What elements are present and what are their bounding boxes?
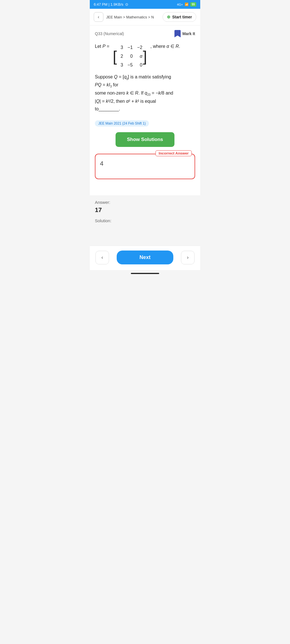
matrix-grid: 3 −1 −2 2 0 α 3 −5 0 bbox=[118, 42, 142, 70]
where-alpha: , where α ∈ R. bbox=[150, 42, 180, 50]
bottom-indicator bbox=[131, 273, 159, 274]
question-line-4: some non-zero k ∈ R. If q23 = −k/8 and bbox=[95, 89, 195, 97]
start-timer-button[interactable]: ⊕ Start timer bbox=[163, 12, 196, 22]
question-line-6: to________. bbox=[95, 105, 195, 113]
answer-value: 17 bbox=[95, 206, 195, 214]
answer-section: Answer: 17 Solution: bbox=[90, 195, 200, 223]
m22: 0 bbox=[127, 52, 133, 60]
m32: −5 bbox=[127, 61, 133, 69]
next-nav-button[interactable]: › bbox=[181, 251, 195, 264]
question-label: Q33 (Numerical) bbox=[95, 31, 124, 36]
answer-input-box[interactable]: 4 bbox=[95, 154, 195, 179]
network-type: 4G+ bbox=[177, 3, 183, 6]
question-line-3: PQ = kI3 for bbox=[95, 81, 195, 89]
answer-input-wrapper: Incorrect Answer 4 bbox=[95, 154, 195, 179]
battery-indicator: 55 bbox=[190, 2, 196, 7]
prev-nav-button[interactable]: ‹ bbox=[95, 251, 109, 264]
matrix-display: [ 3 −1 −2 2 0 α 3 −5 0 ] bbox=[113, 42, 147, 70]
mark-it-button[interactable]: Mark It bbox=[174, 30, 195, 37]
m12: −1 bbox=[127, 44, 133, 51]
mark-it-label: Mark It bbox=[182, 31, 195, 36]
question-line-2: Suppose Q = [qij] is a matrix satisfying bbox=[95, 73, 195, 81]
question-line-5: |Q| = k²/2, then α² + k² is equal bbox=[95, 97, 195, 105]
breadcrumb: JEE Main > Mathematics > N bbox=[106, 15, 160, 19]
status-right: 4G+ 📶 55 bbox=[177, 2, 196, 7]
bottom-nav: ‹ Next › bbox=[90, 246, 200, 270]
answer-label: Answer: bbox=[95, 200, 195, 205]
nav-header: ‹ JEE Main > Mathematics > N ⊕ Start tim… bbox=[90, 9, 200, 25]
back-button[interactable]: ‹ bbox=[94, 12, 103, 22]
show-solutions-button[interactable]: Show Solutions bbox=[116, 132, 174, 147]
next-icon: › bbox=[187, 254, 189, 260]
question-tag: JEE Main 2021 (24 Feb Shift 1) bbox=[95, 117, 195, 132]
time-display: 6:47 PM | 1.9KB/s bbox=[94, 2, 123, 7]
signal-bars-icon: 📶 bbox=[185, 3, 189, 6]
m21: 2 bbox=[118, 52, 123, 60]
incorrect-label: Incorrect Answer bbox=[155, 150, 192, 156]
solution-label: Solution: bbox=[95, 218, 195, 223]
m13: −2 bbox=[137, 44, 142, 51]
let-p-text: Let P = bbox=[95, 42, 109, 50]
back-icon: ‹ bbox=[98, 14, 99, 20]
timer-icon: ⊕ bbox=[167, 14, 170, 20]
status-bar: 6:47 PM | 1.9KB/s ⊙ 4G+ 📶 55 bbox=[90, 0, 200, 9]
question-header: Q33 (Numerical) Mark It bbox=[95, 30, 195, 37]
clock-icon: ⊙ bbox=[125, 2, 128, 7]
status-left: 6:47 PM | 1.9KB/s ⊙ bbox=[94, 2, 128, 7]
m11: 3 bbox=[118, 44, 123, 51]
tag-pill: JEE Main 2021 (24 Feb Shift 1) bbox=[95, 120, 149, 127]
m23: α bbox=[137, 52, 142, 60]
user-answer-value: 4 bbox=[100, 160, 103, 167]
left-bracket: [ bbox=[113, 49, 117, 64]
next-button[interactable]: Next bbox=[117, 251, 173, 264]
bookmark-icon bbox=[174, 30, 181, 37]
question-body: Let P = [ 3 −1 −2 2 0 α 3 −5 0 ] , where… bbox=[95, 42, 195, 113]
m33: 0 bbox=[137, 61, 142, 69]
right-bracket: ] bbox=[143, 49, 147, 64]
matrix-line: Let P = [ 3 −1 −2 2 0 α 3 −5 0 ] , where… bbox=[95, 42, 195, 70]
main-content: Q33 (Numerical) Mark It Let P = [ 3 −1 −… bbox=[90, 25, 200, 195]
timer-label: Start timer bbox=[172, 15, 192, 19]
m31: 3 bbox=[118, 61, 123, 69]
prev-icon: ‹ bbox=[101, 254, 103, 260]
